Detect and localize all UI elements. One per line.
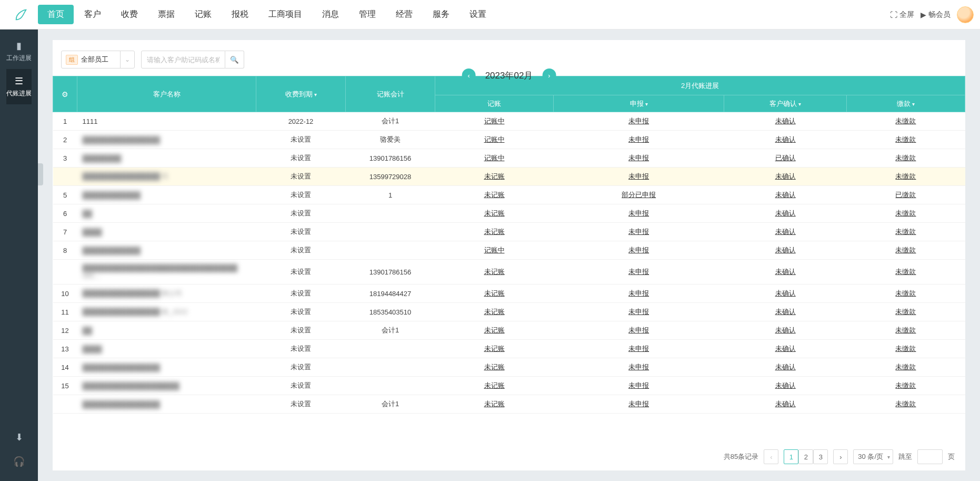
table-row[interactable]: 6██未设置未记账未申报未确认未缴款 (53, 204, 965, 223)
cell-payment[interactable]: 未缴款 (846, 204, 965, 223)
page-number-3[interactable]: 3 (813, 449, 828, 464)
cell-payment[interactable]: 未缴款 (846, 303, 965, 321)
cell-declare[interactable]: 未申报 (554, 149, 724, 168)
cell-declare[interactable]: 未申报 (554, 112, 724, 131)
cell-name[interactable]: ████████████████████████████████ 085… (77, 260, 256, 284)
nav-item-11[interactable]: 设置 (460, 5, 496, 24)
cell-bookkeeping[interactable]: 未记账 (435, 223, 554, 241)
cell-name[interactable]: ████████████████ 校_2022 (77, 303, 256, 321)
table-row[interactable]: 10████████████████ 限公司未设置18194484427未记账未… (53, 284, 965, 303)
cell-name[interactable]: ████████████████ (77, 358, 256, 377)
table-row[interactable]: 14████████████████未设置未记账未申报未确认未缴款 (53, 358, 965, 377)
cell-payment[interactable]: 未缴款 (846, 321, 965, 340)
table-row[interactable]: ████████████████未设置会计1未记账未申报未确认未缴款 (53, 395, 965, 414)
table-row[interactable]: 8████████████未设置记账中未申报未确认未缴款 (53, 241, 965, 260)
user-avatar[interactable] (957, 6, 974, 23)
search-input[interactable] (141, 51, 225, 68)
cell-payment[interactable]: 未缴款 (846, 395, 965, 414)
cell-name[interactable]: 1111 (77, 112, 256, 131)
table-row[interactable]: 15████████████████████未设置未记账未申报未确认未缴款 (53, 377, 965, 395)
cell-confirm[interactable]: 未确认 (724, 358, 847, 377)
cell-payment[interactable]: 未缴款 (846, 149, 965, 168)
table-row[interactable]: 5████████████未设置1未记账部分已申报未确认已缴款 (53, 186, 965, 204)
cell-declare[interactable]: 未申报 (554, 358, 724, 377)
cell-declare[interactable]: 未申报 (554, 241, 724, 260)
cell-name[interactable]: ████ (77, 340, 256, 358)
jump-page-input[interactable] (917, 449, 943, 464)
cell-confirm[interactable]: 未确认 (724, 377, 847, 395)
cell-bookkeeping[interactable]: 未记账 (435, 284, 554, 303)
cell-declare[interactable]: 未申报 (554, 340, 724, 358)
cell-bookkeeping[interactable]: 未记账 (435, 168, 554, 186)
cell-bookkeeping[interactable]: 未记账 (435, 186, 554, 204)
cell-bookkeeping[interactable]: 未记账 (435, 395, 554, 414)
cell-bookkeeping[interactable]: 未记账 (435, 377, 554, 395)
cell-confirm[interactable]: 未确认 (724, 131, 847, 149)
cell-confirm[interactable]: 未确认 (724, 112, 847, 131)
cell-confirm[interactable]: 已确认 (724, 149, 847, 168)
page-number-1[interactable]: 1 (784, 449, 798, 464)
cell-confirm[interactable]: 未确认 (724, 395, 847, 414)
cell-declare[interactable]: 未申报 (554, 131, 724, 149)
cell-declare[interactable]: 未申报 (554, 321, 724, 340)
cell-payment[interactable]: 未缴款 (846, 260, 965, 284)
cell-bookkeeping[interactable]: 未记账 (435, 204, 554, 223)
search-button[interactable]: 🔍 (225, 51, 244, 68)
cell-declare[interactable]: 部分已申报 (554, 186, 724, 204)
table-row[interactable]: ████████████████ 司未设置13599729028未记账未申报未确… (53, 168, 965, 186)
cell-payment[interactable]: 已缴款 (846, 186, 965, 204)
cell-declare[interactable]: 未申报 (554, 284, 724, 303)
cell-confirm[interactable]: 未确认 (724, 186, 847, 204)
cell-declare[interactable]: 未申报 (554, 303, 724, 321)
member-button[interactable]: ▶ 畅会员 (921, 10, 951, 19)
cell-name[interactable]: ████████████ (77, 186, 256, 204)
prev-page-button[interactable]: ‹ (764, 449, 778, 464)
cell-confirm[interactable]: 未确认 (724, 340, 847, 358)
cell-confirm[interactable]: 未确认 (724, 168, 847, 186)
cell-declare[interactable]: 未申报 (554, 204, 724, 223)
col-customer-name[interactable]: 客户名称 (77, 76, 256, 112)
employee-select[interactable]: 组 全部员工 ⌄ (61, 51, 135, 68)
fullscreen-button[interactable]: ⛶ 全屏 (890, 10, 914, 19)
cell-bookkeeping[interactable]: 记账中 (435, 112, 554, 131)
nav-item-9[interactable]: 经营 (386, 5, 422, 24)
cell-confirm[interactable]: 未确认 (724, 321, 847, 340)
cell-bookkeeping[interactable]: 未记账 (435, 358, 554, 377)
cell-name[interactable]: ████████████████ 司 (77, 168, 256, 186)
cell-name[interactable]: ████████████████████ (77, 377, 256, 395)
cell-name[interactable]: ██ (77, 204, 256, 223)
cell-name[interactable]: ████████████████ 限公司 (77, 284, 256, 303)
nav-item-10[interactable]: 服务 (423, 5, 459, 24)
cell-name[interactable]: ████████████████ (77, 395, 256, 414)
next-month-button[interactable]: › (542, 68, 556, 82)
cell-payment[interactable]: 未缴款 (846, 241, 965, 260)
cell-confirm[interactable]: 未确认 (724, 223, 847, 241)
cell-name[interactable]: ██ (77, 321, 256, 340)
cell-payment[interactable]: 未缴款 (846, 223, 965, 241)
help-button[interactable]: 🎧 (0, 450, 38, 475)
cell-bookkeeping[interactable]: 未记账 (435, 303, 554, 321)
page-size-select[interactable]: 30 条/页 (853, 449, 893, 464)
cell-name[interactable]: ████ (77, 223, 256, 241)
cell-payment[interactable]: 未缴款 (846, 377, 965, 395)
col-payment[interactable]: 缴款▾ (846, 95, 965, 112)
cell-declare[interactable]: 未申报 (554, 260, 724, 284)
col-due[interactable]: 收费到期▾ (256, 76, 346, 112)
nav-item-6[interactable]: 工商项目 (259, 5, 312, 24)
next-page-button[interactable]: › (833, 449, 848, 464)
table-row[interactable]: 7████未设置未记账未申报未确认未缴款 (53, 223, 965, 241)
cell-payment[interactable]: 未缴款 (846, 284, 965, 303)
table-row[interactable]: ████████████████████████████████ 085…未设置… (53, 260, 965, 284)
nav-item-8[interactable]: 管理 (349, 5, 385, 24)
sidebar-item-1[interactable]: ☰代账进展 (6, 69, 32, 104)
col-declare[interactable]: 申报▾ (554, 95, 724, 112)
col-settings[interactable]: ⚙ (53, 76, 77, 112)
cell-confirm[interactable]: 未确认 (724, 284, 847, 303)
cell-confirm[interactable]: 未确认 (724, 204, 847, 223)
cell-payment[interactable]: 未缴款 (846, 340, 965, 358)
nav-item-0[interactable]: 首页 (38, 5, 74, 24)
col-accountant[interactable]: 记账会计 (346, 76, 435, 112)
cell-name[interactable]: ████████ (77, 149, 256, 168)
nav-item-1[interactable]: 客户 (75, 5, 111, 24)
cell-payment[interactable]: 未缴款 (846, 168, 965, 186)
